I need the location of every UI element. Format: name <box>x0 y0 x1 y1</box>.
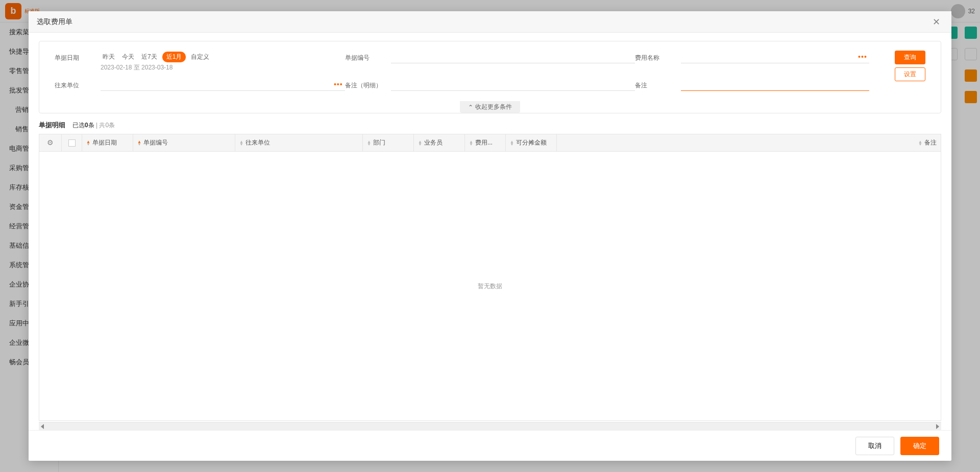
search-button[interactable]: 查询 <box>895 51 925 64</box>
cancel-button[interactable]: 取消 <box>855 437 894 455</box>
modal-footer: 取消 确定 <box>29 430 951 461</box>
modal-body: 单据日期 昨天 今天 近7天 近1月 自定义 2023-02-18 至 2023… <box>29 33 951 430</box>
column-clerk[interactable]: ▲▼业务员 <box>414 134 465 151</box>
doc-no-input[interactable] <box>391 52 635 63</box>
date-chip-custom[interactable]: 自定义 <box>189 52 211 62</box>
detail-remark-input[interactable] <box>391 79 635 91</box>
filter-label: 单据日期 <box>55 52 101 62</box>
sort-icon: ▲▼ <box>918 140 922 146</box>
date-range-text: 2023-02-18 至 2023-03-18 <box>101 63 345 72</box>
column-alloc[interactable]: ▲▼可分摊金额 <box>506 134 557 151</box>
date-chip-today[interactable]: 今天 <box>120 52 136 62</box>
sort-icon: ▲▼ <box>367 140 371 146</box>
sort-icon: ▲▼ <box>510 140 514 146</box>
filter-remark: 备注 <box>635 79 925 95</box>
party-input[interactable] <box>101 79 345 91</box>
settings-button[interactable]: 设置 <box>895 67 925 81</box>
date-chip-1month[interactable]: 近1月 <box>162 52 186 62</box>
table-body: 暂无数据 <box>39 152 941 420</box>
filter-party: 往来单位 ••• <box>55 79 345 95</box>
modal-header: 选取费用单 ✕ <box>29 11 951 33</box>
column-remark[interactable]: ▲▼备注 <box>557 134 941 151</box>
filter-doc-no: 单据编号 <box>345 52 635 72</box>
selected-count: 已选0条 <box>72 122 94 129</box>
date-chip-yesterday[interactable]: 昨天 <box>101 52 117 62</box>
select-expense-modal: 选取费用单 ✕ 单据日期 昨天 今天 近7天 近1月 自定义 <box>29 11 951 461</box>
filter-label: 备注（明细） <box>345 79 391 90</box>
filter-detail-remark: 备注（明细） <box>345 79 635 95</box>
remark-input[interactable] <box>681 79 869 91</box>
column-party[interactable]: ▲▼往来单位 <box>235 134 363 151</box>
checkbox-icon[interactable] <box>68 139 76 147</box>
collapse-filters-button[interactable]: ⌃ 收起更多条件 <box>460 101 520 113</box>
filter-fee-name: 费用名称 ••• <box>635 52 925 72</box>
sort-icon: ▲▼ <box>137 140 141 146</box>
horizontal-scrollbar[interactable] <box>39 422 941 430</box>
modal-title: 选取费用单 <box>37 17 72 27</box>
filter-date: 单据日期 昨天 今天 近7天 近1月 自定义 2023-02-18 至 2023… <box>55 52 345 72</box>
fee-name-input[interactable] <box>681 52 869 63</box>
column-checkbox[interactable] <box>62 134 82 151</box>
chevron-up-icon: ⌃ <box>468 104 473 111</box>
gear-icon <box>47 139 54 147</box>
filter-label: 备注 <box>635 79 681 90</box>
sort-icon: ▲▼ <box>469 140 473 146</box>
column-doc-no[interactable]: ▲▼单据编号 <box>133 134 235 151</box>
sort-icon: ▲▼ <box>86 140 90 146</box>
column-fee[interactable]: ▲▼费用... <box>465 134 506 151</box>
confirm-button[interactable]: 确定 <box>900 437 939 455</box>
column-settings[interactable] <box>39 134 62 151</box>
more-icon[interactable]: ••• <box>334 80 343 88</box>
collapse-label: 收起更多条件 <box>475 103 512 111</box>
close-icon[interactable]: ✕ <box>929 16 943 28</box>
filter-label: 往来单位 <box>55 79 101 90</box>
total-count: | 共0条 <box>96 122 115 129</box>
section-title: 单据明细 <box>39 121 65 130</box>
filter-label: 单据编号 <box>345 52 391 62</box>
column-date[interactable]: ▲▼单据日期 <box>82 134 133 151</box>
filter-card: 单据日期 昨天 今天 近7天 近1月 自定义 2023-02-18 至 2023… <box>39 41 941 113</box>
filter-actions: 查询 设置 <box>895 51 925 81</box>
empty-text: 暂无数据 <box>478 282 502 291</box>
table: ▲▼单据日期 ▲▼单据编号 ▲▼往来单位 ▲▼部门 ▲▼业务员 ▲▼费用... … <box>39 134 941 421</box>
table-header: ▲▼单据日期 ▲▼单据编号 ▲▼往来单位 ▲▼部门 ▲▼业务员 ▲▼费用... … <box>39 134 941 152</box>
sort-icon: ▲▼ <box>239 140 243 146</box>
date-chip-7days[interactable]: 近7天 <box>139 52 159 62</box>
filter-label: 费用名称 <box>635 52 681 62</box>
section-header: 单据明细 已选0条 | 共0条 <box>39 113 941 134</box>
column-dept[interactable]: ▲▼部门 <box>363 134 414 151</box>
sort-icon: ▲▼ <box>418 140 422 146</box>
more-icon[interactable]: ••• <box>858 53 867 61</box>
